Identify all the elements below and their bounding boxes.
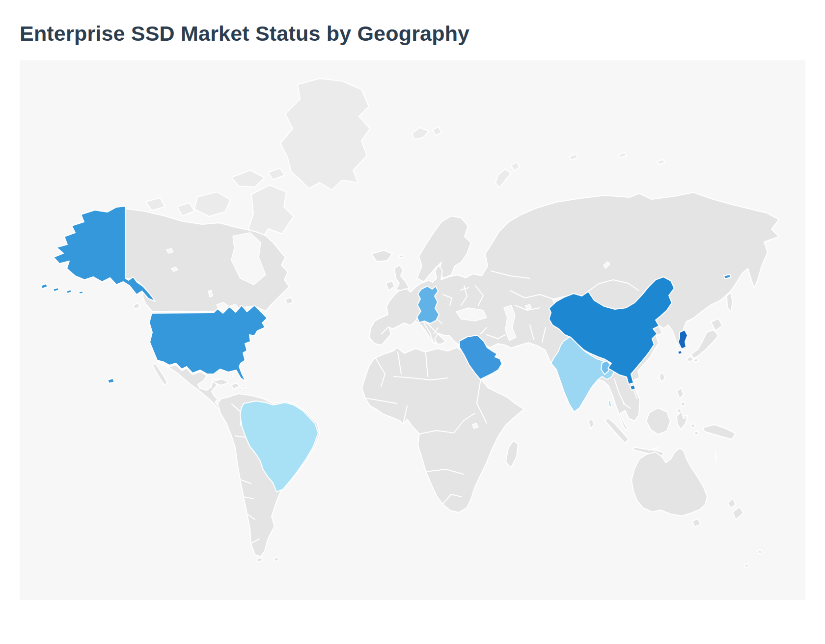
landmass-remote-island [744,564,749,567]
landmass-arctic-island [177,203,194,216]
landmass-vancouver-island [133,303,140,309]
landmass-baja-california [153,363,167,385]
landmass-faroe [399,255,404,258]
country-japan-hokkaido [711,319,722,331]
country-india-andaman[interactable] [608,400,611,407]
landmass-scandinavia [417,216,471,282]
landmass-sakhalin [727,292,733,313]
landmass-greenland [280,79,370,190]
landmass-arctic-island [618,153,627,158]
landmass-remote-island [758,550,762,554]
landmass-tasmania [692,519,700,527]
landmass-taiwan [659,372,665,382]
landmass-new-guinea [703,425,736,439]
landmass-bahamas [230,375,233,377]
landmass-novaya-zemlya [511,162,520,171]
landmass-svalbard [433,127,441,135]
landmass-newfoundland [285,297,293,304]
landmass-tierra-del-fuego [256,558,263,562]
landmass-arctic-island [268,168,285,180]
landmass-hispaniola [231,383,239,389]
landmass-arctic-island [569,154,578,160]
landmass-moluccas [694,431,699,435]
landmass-philippines [681,402,686,406]
landmass-arctic-island [146,198,165,211]
country-japan-shikoku [693,358,698,362]
country-usa-mainland[interactable] [149,305,267,381]
country-australia [632,448,707,516]
country-japan-kyushu [687,356,693,362]
country-china-hainan[interactable] [630,385,635,390]
sea-aral [525,304,531,310]
country-iceland [371,250,392,262]
landmass-moluccas [690,424,695,428]
landmass-madagascar [506,441,518,468]
landmass-puerto-rico [242,385,246,388]
country-new-zealand [733,507,743,520]
country-japan-honshu [691,330,718,358]
landmass-borneo [646,408,670,434]
landmass-sulawesi [677,411,688,429]
landmass-falkland [274,557,279,562]
map-panel [20,60,805,600]
landmass-africa [362,348,524,512]
landmass-novaya-zemlya [495,169,511,188]
landmass-arctic-island [232,170,265,187]
country-south-korea-jeju[interactable] [678,350,682,354]
landmass-arctic-island [657,160,665,164]
landmass-philippines [677,388,684,399]
country-germany[interactable] [417,286,439,323]
world-map [20,60,805,600]
page: Enterprise SSD Market Status by Geograph… [0,0,825,600]
country-new-zealand [728,498,736,508]
page-title: Enterprise SSD Market Status by Geograph… [0,0,825,60]
landmass-sri-lanka [588,419,594,429]
landmass-svalbard [412,128,429,139]
landmass-sumatra [605,418,629,443]
country-usa-aleutians[interactable] [41,284,83,294]
country-usa-hawaii[interactable] [108,378,114,383]
country-ireland [386,281,394,291]
landmass-arctic-island [194,192,230,216]
country-united-kingdom [394,265,409,292]
